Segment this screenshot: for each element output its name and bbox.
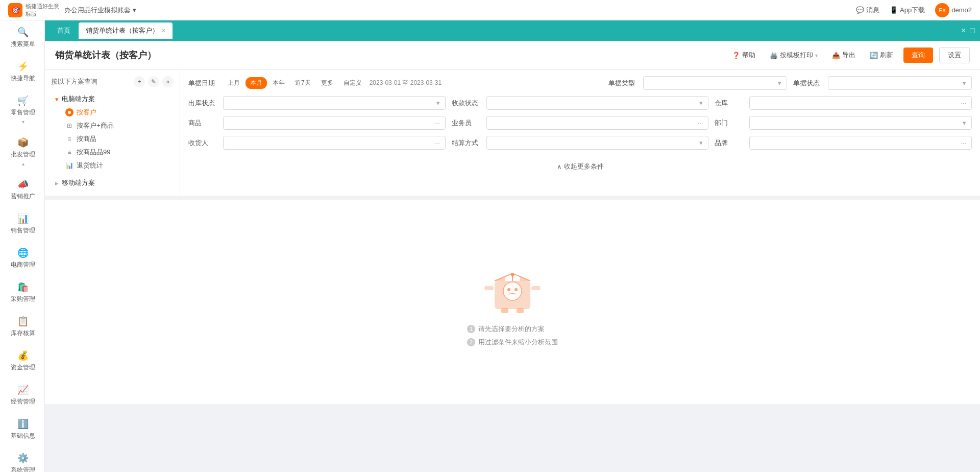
filter-out-status: 出库状态 ▾ — [188, 96, 446, 110]
export-icon: 📤 — [832, 52, 840, 59]
goods-select[interactable]: ··· — [223, 116, 446, 130]
date-btn-this-year[interactable]: 本年 — [268, 77, 289, 89]
tab-bar: 首页 销货单统计表（按客户） × × □ — [45, 20, 980, 41]
help-icon: ❓ — [732, 52, 740, 59]
doc-type-select[interactable]: ▾ — [643, 76, 787, 90]
filter-row-4: 收货人 ··· 结算方式 ▾ — [188, 136, 972, 150]
svg-point-4 — [514, 288, 518, 291]
settle-method-arrow: ▾ — [699, 139, 703, 147]
tab-close-btn[interactable]: × — [162, 27, 165, 34]
doc-status-select[interactable]: ▾ — [828, 76, 972, 90]
panel-header: 按以下方案查询 + ✎ « — [51, 76, 174, 87]
goods-dots[interactable]: ··· — [434, 119, 440, 127]
query-btn[interactable]: 查询 — [903, 48, 933, 63]
date-btn-last-month[interactable]: 上月 — [223, 77, 244, 89]
empty-tip-2: 2 用过滤条件来缩小分析范围 — [467, 338, 558, 347]
scheme-expand-icon: ▾ — [55, 96, 59, 103]
filter-warehouse: 仓库 ··· — [715, 96, 972, 110]
salesperson-select[interactable]: ··· — [486, 116, 709, 130]
out-status-select[interactable]: ▾ — [223, 96, 446, 110]
sidebar-item-system[interactable]: ⚙️ 系统管理 — [0, 446, 44, 472]
salesperson-dots[interactable]: ··· — [698, 119, 703, 127]
date-btn-more[interactable]: 更多 — [316, 77, 338, 89]
date-btn-7days[interactable]: 近7天 — [290, 77, 315, 89]
svg-point-6 — [511, 273, 514, 276]
scheme-return-stats[interactable]: 📊 退货统计 — [61, 159, 174, 172]
sidebar-item-operation[interactable]: 📈 经营管理 — [0, 378, 44, 412]
refresh-btn[interactable]: 🔄 刷新 — [866, 49, 897, 62]
export-btn[interactable]: 📤 导出 — [828, 49, 860, 62]
svg-point-3 — [507, 288, 510, 291]
svg-point-2 — [503, 282, 522, 300]
table-icon: ≡ — [65, 135, 74, 143]
warehouse-dots[interactable]: ··· — [961, 99, 966, 107]
date-btn-this-month[interactable]: 本月 — [246, 77, 267, 89]
sales-icon: 📊 — [17, 213, 29, 224]
filter-brand: 品牌 ··· — [715, 136, 972, 150]
scheme-by-goods[interactable]: ≡ 按商品 — [61, 132, 174, 146]
sidebar-item-wholesale[interactable]: 📦 批发管理 ▴ — [0, 131, 44, 173]
page-header: 销货单统计表（按客户） ❓ 帮助 🖨️ 按模板打印 ▾ 📤 — [45, 41, 980, 70]
sidebar-item-basic[interactable]: ℹ️ 基础信息 — [0, 412, 44, 446]
scheme-mobile-header[interactable]: ▸ 移动端方案 — [51, 176, 174, 190]
collapse-panel-btn[interactable]: « — [162, 76, 174, 87]
sidebar-item-sales[interactable]: 📊 销售管理 — [0, 207, 44, 241]
out-status-arrow: ▾ — [436, 99, 440, 107]
finance-icon: 💰 — [17, 350, 29, 361]
settings-btn[interactable]: 设置 — [939, 47, 970, 63]
content-area: 首页 销货单统计表（按客户） × × □ 销货单统计表（按客户） — [45, 20, 980, 472]
main-layout: 🔍 搜索菜单 ⚡ 快捷导航 🛒 零售管理 ▾ 📦 批发管理 ▴ 📣 营销推广 — [0, 20, 980, 472]
recipient-select[interactable]: ··· — [223, 136, 446, 150]
scheme-by-goods99[interactable]: ≡ 按商品品99 — [61, 146, 174, 159]
filter-goods: 商品 ··· — [188, 116, 446, 130]
help-btn[interactable]: ❓ 帮助 — [728, 49, 760, 62]
scheme-by-customer[interactable]: 按客户 — [61, 106, 174, 119]
page-content: 销货单统计表（按客户） ❓ 帮助 🖨️ 按模板打印 ▾ 📤 — [45, 41, 980, 472]
filter-section: 按以下方案查询 + ✎ « — [45, 70, 980, 196]
user-menu[interactable]: Ea demo2 — [935, 3, 972, 17]
dept-select[interactable]: ▾ — [749, 116, 972, 130]
sidebar: 🔍 搜索菜单 ⚡ 快捷导航 🛒 零售管理 ▾ 📦 批发管理 ▴ 📣 营销推广 — [0, 20, 45, 472]
sidebar-item-finance[interactable]: 💰 资金管理 — [0, 344, 44, 378]
message-btn[interactable]: 💬 消息 — [856, 6, 879, 15]
operation-icon: 📈 — [17, 384, 29, 395]
tab-active[interactable]: 销货单统计表（按客户） × — [79, 22, 173, 39]
sidebar-item-retail[interactable]: 🛒 零售管理 ▾ — [0, 89, 44, 131]
sidebar-item-purchase[interactable]: 🛍️ 采购管理 — [0, 275, 44, 310]
sidebar-item-quick[interactable]: ⚡ 快捷导航 — [0, 55, 44, 89]
add-scheme-btn[interactable]: + — [134, 76, 145, 87]
warehouse-select[interactable]: ··· — [749, 96, 972, 110]
filter-recipient: 收货人 ··· — [188, 136, 446, 150]
right-filter: 单据日期 上月 本月 本年 近7天 更多 自定义 — [180, 70, 980, 196]
sidebar-item-inventory[interactable]: 📋 库存核算 — [0, 310, 44, 344]
filter-row-1: 单据日期 上月 本月 本年 近7天 更多 自定义 — [188, 76, 972, 90]
purchase-icon: 🛍️ — [17, 281, 29, 293]
page-actions: ❓ 帮助 🖨️ 按模板打印 ▾ 📤 导出 � — [728, 47, 970, 63]
industry-selector[interactable]: 办公用品行业模拟账套 ▾ — [64, 6, 136, 15]
system-icon: ⚙️ — [17, 453, 29, 464]
payment-status-select[interactable]: ▾ — [486, 96, 709, 110]
svg-rect-7 — [484, 286, 494, 290]
app-download-btn[interactable]: 📱 App下载 — [890, 6, 925, 15]
tab-home[interactable]: 首页 — [50, 22, 78, 39]
edit-scheme-btn[interactable]: ✎ — [148, 76, 159, 87]
brand-select[interactable]: ··· — [749, 136, 972, 150]
sidebar-item-ecommerce[interactable]: 🌐 电商管理 — [0, 241, 44, 275]
tab-maximize-btn[interactable]: □ — [970, 26, 975, 35]
bar-chart-icon: 📊 — [65, 161, 74, 170]
sidebar-item-search[interactable]: 🔍 搜索菜单 — [0, 20, 44, 55]
tab-minimize-btn[interactable]: × — [961, 26, 966, 35]
grid-icon: ⊞ — [65, 122, 74, 130]
sidebar-item-marketing[interactable]: 📣 营销推广 — [0, 173, 44, 207]
brand-dots[interactable]: ··· — [961, 139, 966, 147]
scheme-list: 按客户 ⊞ 按客户+商品 ≡ 按商品 ≡ — [51, 106, 174, 172]
collapse-btn[interactable]: ∧ 收起更多条件 — [551, 160, 610, 173]
date-btn-custom[interactable]: 自定义 — [339, 77, 366, 89]
settle-method-select[interactable]: ▾ — [486, 136, 709, 150]
filter-dept: 部门 ▾ — [715, 116, 972, 130]
print-btn[interactable]: 🖨️ 按模板打印 ▾ — [766, 49, 822, 62]
recipient-dots[interactable]: ··· — [434, 139, 440, 147]
scheme-desktop-header[interactable]: ▾ 电脑端方案 — [51, 92, 174, 106]
filter-doc-type: 单据类型 ▾ — [608, 76, 787, 90]
scheme-by-customer-goods[interactable]: ⊞ 按客户+商品 — [61, 119, 174, 132]
